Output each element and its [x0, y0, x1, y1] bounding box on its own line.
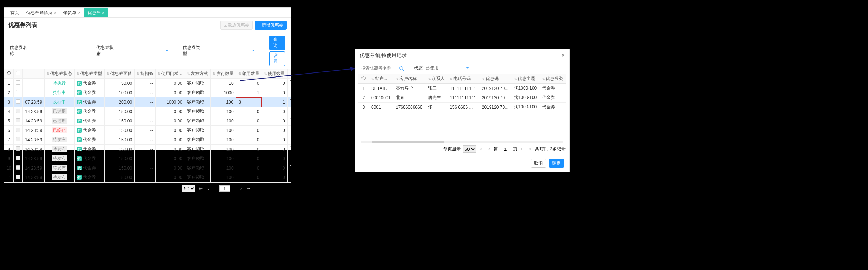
filter-type-label: 优惠券类型: [183, 45, 203, 57]
prev-page-icon[interactable]: ‹: [206, 186, 211, 191]
last-page-icon[interactable]: ⇥: [526, 146, 533, 151]
table-row[interactable]: 814 23:59待发布代代金券150.00--0.00客户领取10000: [4, 145, 291, 154]
claim-cell: 0: [236, 135, 262, 145]
row-checkbox: [16, 137, 20, 141]
disc-cell: --: [135, 154, 156, 163]
last-page-icon[interactable]: ⇥: [245, 186, 252, 191]
row-checkbox[interactable]: [16, 99, 20, 104]
way-cell: 客户领取: [185, 79, 210, 88]
table-row[interactable]: 1待执行代代金券50.00--0.00客户领取1000: [4, 79, 291, 88]
col-topic[interactable]: ⇅优惠主题: [512, 74, 540, 84]
col-thresh[interactable]: ⇅使用门槛...: [155, 69, 185, 79]
page-input[interactable]: [500, 146, 511, 152]
table-row[interactable]: 2执行中代代金券100.00--0.00客户领取100010: [4, 88, 291, 97]
tab-sales[interactable]: 销货单×: [60, 8, 84, 17]
col-phone[interactable]: ⇅电话号码: [448, 74, 480, 84]
coupon-type-select[interactable]: [206, 50, 255, 52]
disc-cell: --: [135, 107, 156, 116]
face-cell: 150.00: [105, 107, 135, 116]
table-row[interactable]: 914 23:59待发布代代金券150.00--0.00客户领取10000: [4, 154, 291, 163]
thresh-cell: 1000.00: [155, 97, 185, 107]
first-page-icon[interactable]: ⇤: [198, 186, 204, 191]
col-type[interactable]: ⇅优惠券类型: [75, 69, 105, 79]
table-row[interactable]: 307 23:59执行中代代金券200.00--1000.00客户领取10031: [4, 97, 291, 107]
table-row[interactable]: 1014 23:59待发布代代金券150.00--0.00客户领取10000: [4, 163, 291, 173]
col-disc[interactable]: ⇅折扣%: [135, 69, 156, 79]
table-row[interactable]: 414 23:59已过期代代金券150.00--0.00客户领取10000: [4, 107, 291, 116]
time-cell: [23, 88, 45, 97]
use-cell: 0: [262, 107, 287, 116]
close-icon[interactable]: ×: [78, 8, 80, 17]
first-page-icon[interactable]: ⇤: [478, 146, 485, 151]
col-issue[interactable]: ⇅发行数量: [210, 69, 236, 79]
tab-home[interactable]: 首页: [7, 8, 23, 17]
search-box[interactable]: [361, 66, 408, 71]
per-page-label: 每页显示: [162, 186, 180, 192]
setting-button[interactable]: 设置: [269, 51, 285, 66]
ok-button[interactable]: 确定: [549, 159, 564, 168]
h-scrollbar[interactable]: [361, 141, 563, 143]
table-row[interactable]: 200010001北京1唐先生111111111112019120 70...满…: [358, 93, 566, 103]
page-size-select[interactable]: 50: [463, 145, 476, 153]
tab-coupon-detail[interactable]: 优惠券详情页×: [23, 8, 60, 17]
col-face[interactable]: ⇅优惠券面值: [105, 69, 135, 79]
close-icon[interactable]: ×: [102, 8, 104, 17]
close-icon[interactable]: ×: [562, 52, 565, 59]
col-way[interactable]: ⇅发放方式: [185, 69, 210, 79]
gear-icon[interactable]: [7, 71, 11, 75]
share-icon: [290, 165, 291, 170]
page-input[interactable]: [219, 185, 230, 192]
col-ctype[interactable]: ⇅优惠券类: [540, 74, 566, 84]
col-claim[interactable]: ⇅领用数量: [236, 69, 262, 79]
gear-icon[interactable]: [361, 76, 366, 80]
tab-coupon[interactable]: 优惠券×: [84, 8, 108, 17]
row-index: 3: [4, 97, 14, 107]
page-size-select[interactable]: 50: [182, 185, 195, 192]
search-input[interactable]: [361, 66, 397, 71]
chevron-down-icon: [165, 50, 168, 51]
status-badge: 已终止: [52, 127, 67, 133]
table-row[interactable]: 3000117666666666张156 6666 ...2019120 70.…: [358, 103, 566, 112]
row-checkbox[interactable]: [16, 90, 20, 94]
row-index: 1: [358, 84, 369, 93]
query-button[interactable]: 查询: [269, 36, 285, 50]
status-badge: 待发布: [52, 165, 67, 171]
next-page-icon[interactable]: ›: [520, 146, 524, 151]
checkbox-all[interactable]: [16, 71, 20, 75]
type-cell: 代金券: [83, 156, 96, 161]
col-cust-code[interactable]: ⇅客户...: [369, 74, 394, 84]
issue-cell: 100: [210, 154, 236, 163]
col-cust-name[interactable]: ⇅客户名称: [394, 74, 426, 84]
table-row[interactable]: 514 23:59已过期代代金券150.00--0.00客户领取10000: [4, 116, 291, 126]
share-icon[interactable]: [290, 90, 291, 94]
share-icon[interactable]: [290, 99, 291, 104]
table-row[interactable]: 1114 23:59待发布代代金券150.00--0.00客户领取10000: [4, 173, 291, 182]
add-coupon-button[interactable]: + 新增优惠券: [255, 21, 287, 30]
next-page-icon[interactable]: ›: [239, 186, 243, 191]
thresh-cell: 0.00: [155, 154, 185, 163]
coupon-name-input[interactable]: [31, 48, 82, 54]
col-ccode[interactable]: ⇅优惠码: [480, 74, 512, 84]
table-row[interactable]: 1RETAIL...零散客户张三111111111112019120 70...…: [358, 84, 566, 93]
col-contact[interactable]: ⇅联系人: [426, 74, 448, 84]
col-status[interactable]: ⇅优惠券状态: [45, 69, 75, 79]
thresh-cell: 0.00: [155, 173, 185, 182]
prev-page-icon[interactable]: ‹: [487, 146, 491, 151]
coupon-status-select[interactable]: [120, 50, 168, 52]
share-icon[interactable]: [290, 80, 291, 85]
status-select[interactable]: 已使用: [425, 65, 469, 71]
claim-count-link[interactable]: 3: [236, 97, 262, 107]
status-badge: 执行中: [52, 99, 67, 105]
issue-cell: 100: [210, 163, 236, 173]
cancel-button[interactable]: 取消: [531, 159, 546, 168]
type-cell: 代金券: [83, 146, 96, 151]
col-use[interactable]: ⇅使用数量: [262, 69, 287, 79]
face-cell: 200.00: [105, 97, 135, 107]
row-checkbox[interactable]: [16, 80, 20, 85]
table-row[interactable]: 714 23:59待发布代代金券150.00--0.00客户领取10000: [4, 135, 291, 145]
table-row[interactable]: 614 23:59已终止代代金券150.00--0.00客户领取10000: [4, 126, 291, 135]
close-icon[interactable]: ×: [54, 8, 56, 17]
use-cell: 0: [262, 88, 287, 97]
search-icon[interactable]: [399, 66, 403, 70]
thresh-cell: 0.00: [155, 126, 185, 135]
